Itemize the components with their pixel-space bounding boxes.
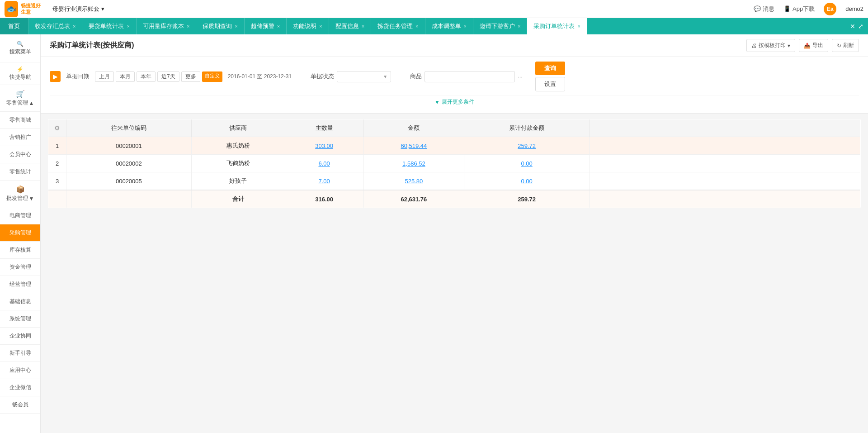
tab-chaochuyujing-close[interactable]: ×	[277, 24, 280, 29]
sidebar-wholesale-chevron: ▼	[29, 195, 34, 202]
row-amount[interactable]: 525.80	[363, 172, 464, 190]
status-select[interactable]	[337, 71, 391, 82]
status-select-wrap[interactable]	[337, 71, 391, 82]
tab-yaohuo-close[interactable]: ×	[127, 24, 129, 29]
sidebar-item-app-center[interactable]: 应用中心	[0, 362, 40, 379]
sidebar-item-inventory[interactable]: 库存核算	[0, 242, 40, 259]
sidebar-item-wholesale[interactable]: 📦 批发管理 ▼	[0, 181, 40, 207]
date-more[interactable]: 更多	[181, 71, 200, 82]
sidebar-item-management[interactable]: 经营管理	[0, 276, 40, 293]
quick-nav-btn[interactable]: ⚡ 快捷导航	[0, 62, 40, 85]
goods-more-icon[interactable]: ···	[518, 73, 523, 80]
sidebar-item-member[interactable]: 会员中心	[0, 146, 40, 163]
tab-shoufacun[interactable]: 收发存汇总表 ×	[28, 18, 82, 34]
tab-chaochuyujing[interactable]: 超储预警 ×	[245, 18, 287, 34]
sidebar-item-retail-stat[interactable]: 零售统计	[0, 163, 40, 181]
footer-empty1	[48, 190, 66, 208]
row-paid[interactable]: 0.00	[464, 155, 590, 172]
tab-shoufacun-close[interactable]: ×	[73, 24, 75, 29]
sidebar-item-purchase[interactable]: 采购管理	[0, 224, 40, 242]
maximize-icon[interactable]: ⤢	[858, 23, 863, 30]
refresh-btn[interactable]: ↻ 刷新	[832, 39, 859, 52]
close-window-icon[interactable]: ✕	[850, 23, 855, 30]
workspace-selector[interactable]: 母婴行业演示账套 ▾	[52, 5, 104, 13]
avatar-text: Ea	[827, 6, 834, 12]
row-index: 1	[48, 137, 66, 155]
goods-input[interactable]	[425, 71, 515, 82]
sidebar-item-system[interactable]: 系统管理	[0, 310, 40, 328]
sidebar-item-ecommerce[interactable]: 电商管理	[0, 207, 40, 224]
sidebar-item-guide[interactable]: 新手引导	[0, 345, 40, 362]
sidebar-item-enterprise[interactable]: 企业协同	[0, 328, 40, 345]
sidebar-item-basic-info[interactable]: 基础信息	[0, 293, 40, 310]
row-amount[interactable]: 1,586.52	[363, 155, 464, 172]
avatar[interactable]: Ea	[824, 3, 836, 15]
footer-empty2	[66, 190, 192, 208]
tab-gongneng-close[interactable]: ×	[319, 24, 322, 29]
table-row[interactable]: 2 00020002 飞鹤奶粉 6.00 1,586.52 0.00	[48, 155, 861, 172]
tab-caigou-close[interactable]: ×	[577, 24, 580, 29]
tab-jianhuo[interactable]: 拣货任务管理 ×	[371, 18, 425, 34]
tab-yaoqing-close[interactable]: ×	[518, 24, 520, 29]
date-this-year[interactable]: 本年	[137, 71, 156, 82]
sidebar-item-wechat[interactable]: 企业微信	[0, 379, 40, 396]
tab-chengben[interactable]: 成本调整单 ×	[425, 18, 473, 34]
tab-chengben-close[interactable]: ×	[464, 24, 467, 29]
sidebar-item-retail-mgmt[interactable]: 🛒 零售管理 ▲	[0, 85, 40, 112]
quick-nav-label: 快捷导航	[9, 73, 31, 81]
row-qty[interactable]: 7.00	[285, 172, 363, 190]
tab-jianhuo-close[interactable]: ×	[415, 24, 418, 29]
sidebar-basic-label: 基础信息	[9, 298, 31, 305]
download-icon: 📱	[783, 5, 791, 12]
table-row[interactable]: 1 00020001 惠氏奶粉 303.00 60,519.44 259.72	[48, 137, 861, 155]
tab-yaohuo[interactable]: 要货单统计表 ×	[82, 18, 136, 34]
search-menu-btn[interactable]: 🔍 搜索菜单	[3, 38, 38, 58]
tab-peizhi-close[interactable]: ×	[362, 24, 364, 29]
tab-baozhi[interactable]: 保质期查询 ×	[196, 18, 244, 34]
row-paid[interactable]: 0.00	[464, 172, 590, 190]
date-7days[interactable]: 近7天	[157, 71, 179, 82]
sidebar-marketing-label: 营销推广	[9, 133, 31, 141]
refresh-label: 刷新	[843, 42, 854, 49]
tab-baozhi-close[interactable]: ×	[235, 24, 237, 29]
tab-kuyongliang[interactable]: 可用量库存账本 ×	[137, 18, 196, 34]
date-this-month[interactable]: 本月	[116, 71, 135, 82]
sidebar-item-marketing[interactable]: 营销推广	[0, 129, 40, 146]
tab-caigou[interactable]: 采购订单统计表 ×	[527, 18, 587, 34]
tab-gongneng-label: 功能说明	[293, 22, 316, 30]
tab-yaoqing[interactable]: 邀请下游客户 ×	[473, 18, 527, 34]
table-row[interactable]: 3 00020005 好孩子 7.00 525.80 0.00	[48, 172, 861, 190]
row-extra	[590, 172, 861, 190]
row-qty[interactable]: 6.00	[285, 155, 363, 172]
tab-home[interactable]: 首页	[0, 18, 28, 34]
footer-paid: 259.72	[464, 190, 590, 208]
row-code: 00020002	[66, 155, 192, 172]
tab-peizhi[interactable]: 配置信息 ×	[329, 18, 371, 34]
query-btn[interactable]: 查询	[535, 62, 565, 75]
filter-toggle-btn[interactable]: ▶	[50, 71, 61, 82]
row-paid[interactable]: 259.72	[464, 137, 590, 155]
template-print-btn[interactable]: 🖨 按模板打印 ▾	[746, 39, 795, 52]
export-btn[interactable]: 📤 导出	[799, 39, 828, 52]
gear-icon[interactable]: ⚙	[54, 124, 60, 132]
settings-btn[interactable]: 设置	[535, 77, 565, 91]
tab-more[interactable]: ✕ ⤢	[845, 23, 868, 30]
export-label: 导出	[812, 42, 823, 49]
app-download-btn[interactable]: 📱 App下载	[783, 5, 815, 13]
custom-date-tag[interactable]: 自定义	[202, 71, 222, 82]
sidebar-item-retail-mall[interactable]: 零售商城	[0, 112, 40, 129]
sidebar-item-member2[interactable]: 畅会员	[0, 396, 40, 414]
retail-icon: 🛒	[16, 90, 25, 98]
message-btn[interactable]: 💬 消息	[754, 5, 774, 13]
date-last-month[interactable]: 上月	[95, 71, 114, 82]
sidebar-item-finance[interactable]: 资金管理	[0, 259, 40, 276]
search-menu-label: 搜索菜单	[9, 48, 31, 56]
nav-icon: ⚡	[17, 66, 24, 72]
tab-kuyongliang-close[interactable]: ×	[187, 24, 189, 29]
sidebar-purchase-label: 采购管理	[9, 229, 31, 237]
row-amount[interactable]: 60,519.44	[363, 137, 464, 155]
row-qty[interactable]: 303.00	[285, 137, 363, 155]
expand-more-btn[interactable]: ▼ 展开更多条件	[434, 98, 474, 106]
tab-gongneng[interactable]: 功能说明 ×	[287, 18, 329, 34]
col-qty: 主数量	[285, 119, 363, 137]
